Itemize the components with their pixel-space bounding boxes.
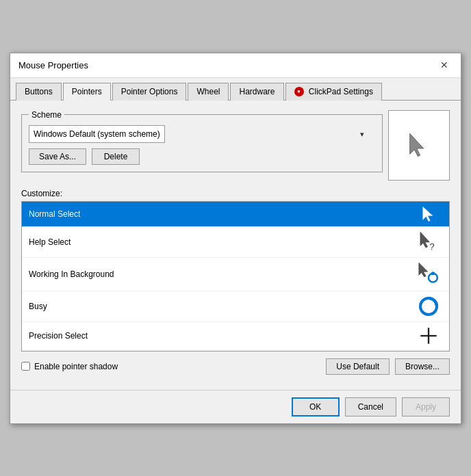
cursor-row-normal-select[interactable]: Normal Select xyxy=(22,202,449,227)
normal-select-icon xyxy=(415,206,442,222)
shadow-checkbox-wrap: Enable pointer shadow xyxy=(21,362,326,371)
tab-clickpad[interactable]: ● ClickPad Settings xyxy=(285,83,382,101)
dialog-title: Mouse Properties xyxy=(18,60,88,70)
busy-icon xyxy=(415,295,442,317)
customize-label: Customize: xyxy=(21,189,450,198)
tab-pointers[interactable]: Pointers xyxy=(63,83,111,101)
tab-wheel[interactable]: Wheel xyxy=(188,83,229,101)
mouse-properties-dialog: Mouse Properties ✕ Buttons Pointers Poin… xyxy=(10,53,461,424)
preview-cursor-icon xyxy=(405,131,433,159)
use-default-button[interactable]: Use Default xyxy=(326,358,390,375)
bottom-row: Enable pointer shadow Use Default Browse… xyxy=(21,358,450,375)
tab-pointer-options[interactable]: Pointer Options xyxy=(112,83,187,101)
cursor-row-precision-select[interactable]: Precision Select xyxy=(22,322,449,350)
scheme-fieldset: Scheme Windows Default (system scheme) S… xyxy=(21,110,383,172)
svg-marker-1 xyxy=(423,207,433,222)
clickpad-icon: ● xyxy=(294,87,304,96)
scheme-select-wrap: Windows Default (system scheme) xyxy=(29,125,368,143)
cancel-button[interactable]: Cancel xyxy=(345,397,396,416)
enable-pointer-shadow-checkbox[interactable] xyxy=(21,362,30,371)
cursor-row-help-select[interactable]: Help Select ? xyxy=(22,227,449,258)
scheme-area: Scheme Windows Default (system scheme) S… xyxy=(21,110,450,181)
delete-button[interactable]: Delete xyxy=(92,148,140,165)
tab-buttons[interactable]: Buttons xyxy=(16,83,62,101)
svg-marker-2 xyxy=(420,232,429,248)
dialog-footer: OK Cancel Apply xyxy=(10,390,461,423)
tab-content: Scheme Windows Default (system scheme) S… xyxy=(10,101,461,390)
save-as-button[interactable]: Save As... xyxy=(29,148,86,165)
shadow-checkbox-label[interactable]: Enable pointer shadow xyxy=(34,362,118,371)
cursor-list-inner: Normal Select Help Select ? xyxy=(22,202,449,350)
cursor-list[interactable]: Normal Select Help Select ? xyxy=(21,201,450,352)
cursor-preview xyxy=(388,110,450,181)
scheme-main: Scheme Windows Default (system scheme) S… xyxy=(21,110,383,181)
tab-bar: Buttons Pointers Pointer Options Wheel H… xyxy=(10,78,461,101)
svg-marker-4 xyxy=(419,263,428,277)
cursor-row-busy[interactable]: Busy xyxy=(22,291,449,322)
svg-marker-0 xyxy=(410,133,424,156)
svg-point-6 xyxy=(431,272,435,275)
tab-hardware[interactable]: Hardware xyxy=(230,83,283,101)
bottom-buttons: Use Default Browse... xyxy=(326,358,450,375)
scheme-dropdown[interactable]: Windows Default (system scheme) xyxy=(29,125,165,143)
scheme-legend: Scheme xyxy=(29,110,64,120)
scheme-buttons: Save As... Delete xyxy=(29,148,375,165)
svg-text:?: ? xyxy=(429,241,434,251)
help-select-icon: ? xyxy=(415,231,442,253)
precision-select-icon xyxy=(415,326,442,345)
close-button[interactable]: ✕ xyxy=(436,57,453,73)
title-bar: Mouse Properties ✕ xyxy=(10,53,461,78)
browse-button[interactable]: Browse... xyxy=(395,358,450,375)
working-background-icon xyxy=(415,262,442,287)
ok-button[interactable]: OK xyxy=(292,397,340,416)
cursor-row-working-background[interactable]: Working In Background xyxy=(22,258,449,291)
apply-button[interactable]: Apply xyxy=(402,397,450,416)
scheme-row: Windows Default (system scheme) xyxy=(29,125,375,143)
